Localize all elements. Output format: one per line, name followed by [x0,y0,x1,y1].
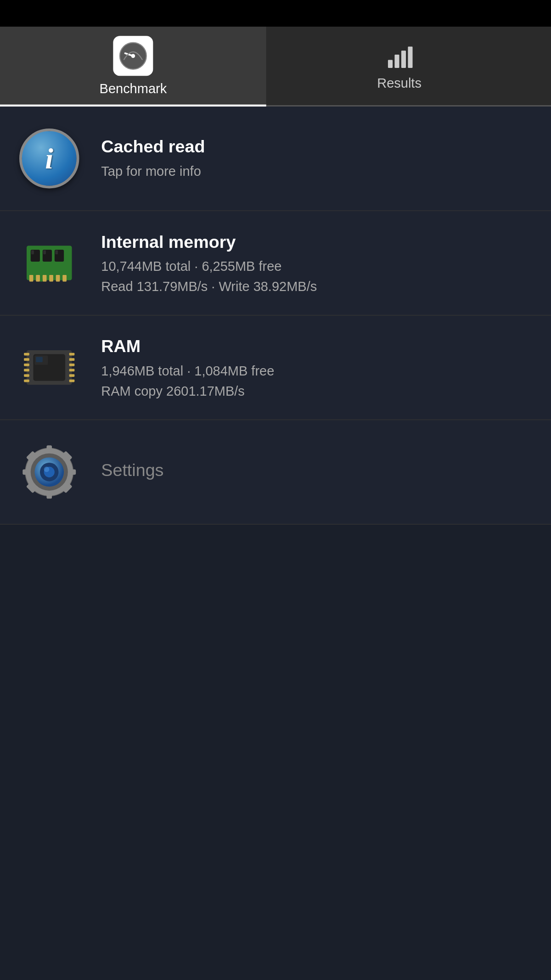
svg-rect-33 [24,380,29,382]
cached-read-subtitle: Tap for more info [101,161,551,181]
cached-read-title: Cached read [101,136,551,157]
svg-rect-29 [24,358,29,361]
ram-green-icon [20,234,79,292]
svg-rect-38 [69,374,75,377]
main-content: Cached read Tap for more info [0,106,551,525]
ram-title: RAM [101,336,551,357]
internal-memory-subtitle: 10,744MB total · 6,255MB free [101,256,551,276]
status-bar: 20:55 [0,0,551,27]
svg-rect-31 [24,369,29,372]
svg-rect-34 [69,353,75,356]
cached-read-icon [16,125,83,192]
list-item-internal-memory[interactable]: Internal memory 10,744MB total · 6,255MB… [0,211,551,316]
ram-subtitle: 1,946MB total · 1,084MB free [101,361,551,381]
svg-rect-20 [40,279,43,282]
tab-results[interactable]: Results [266,27,533,105]
svg-rect-35 [69,358,75,361]
settings-title: Settings [101,460,551,481]
ram-content: RAM 1,946MB total · 1,084MB free RAM cop… [101,336,551,398]
internal-memory-title: Internal memory [101,232,551,252]
cached-read-content: Cached read Tap for more info [101,136,551,181]
internal-memory-icon [16,230,83,296]
svg-rect-46 [22,470,32,475]
tab-benchmark-label: Benchmark [100,81,167,96]
settings-content: Settings [101,460,551,485]
ram-detail: RAM copy 2601.17MB/s [101,383,551,398]
svg-rect-19 [62,275,67,282]
app-container: 20:55 Benchmark Results [0,0,551,980]
ram-dark-icon [20,338,79,397]
results-tab-icon [385,41,414,70]
internal-memory-content: Internal memory 10,744MB total · 6,255MB… [101,232,551,294]
svg-rect-30 [24,364,29,366]
tab-results-label: Results [377,76,422,91]
svg-rect-6 [394,54,399,67]
svg-rect-24 [31,250,34,254]
svg-rect-42 [36,357,42,362]
benchmark-tab-icon [113,36,153,76]
svg-rect-47 [67,470,76,475]
svg-rect-7 [401,50,406,68]
svg-rect-37 [69,369,75,372]
svg-rect-16 [43,275,47,282]
svg-rect-17 [49,275,53,282]
tab-about[interactable]: About [532,27,551,105]
svg-rect-26 [55,250,58,254]
list-item-ram[interactable]: RAM 1,946MB total · 1,084MB free RAM cop… [0,315,551,420]
svg-rect-14 [29,275,34,282]
svg-rect-18 [56,275,60,282]
info-icon [19,129,79,189]
list-item-cached-read[interactable]: Cached read Tap for more info [0,106,551,211]
settings-icon [16,439,83,505]
speedometer-icon [118,41,148,70]
svg-rect-39 [69,380,75,382]
svg-point-56 [44,467,50,472]
svg-rect-32 [24,374,29,377]
tab-bar: Benchmark Results About [0,27,551,106]
svg-point-4 [131,54,135,58]
list-item-settings[interactable]: Settings [0,420,551,525]
tab-benchmark[interactable]: Benchmark [0,27,266,105]
svg-rect-44 [46,445,52,454]
ram-icon [16,334,83,401]
svg-rect-5 [388,60,393,67]
gear-icon [19,442,79,502]
svg-rect-25 [43,250,46,254]
svg-rect-45 [46,489,52,498]
svg-rect-15 [36,275,40,282]
svg-rect-8 [408,46,412,67]
svg-rect-36 [69,364,75,366]
svg-rect-28 [24,353,29,356]
internal-memory-detail: Read 131.79MB/s · Write 38.92MB/s [101,279,551,294]
